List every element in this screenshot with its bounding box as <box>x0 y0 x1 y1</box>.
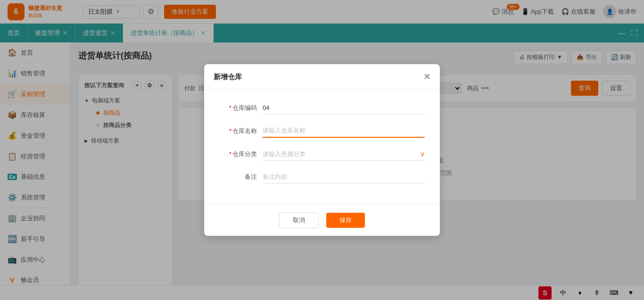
category-dropdown-arrow-icon[interactable]: ∨ <box>420 150 425 158</box>
warehouse-category-label: *仓库分类 <box>219 150 257 158</box>
save-button[interactable]: 保存 <box>326 213 365 228</box>
warehouse-name-label: *仓库名称 <box>219 127 257 135</box>
warehouse-category-input[interactable] <box>263 150 420 158</box>
warehouse-name-input[interactable] <box>263 124 425 138</box>
remark-input[interactable] <box>263 170 425 183</box>
warehouse-code-input[interactable] <box>263 101 425 115</box>
warehouse-name-row: *仓库名称 <box>219 124 425 138</box>
new-warehouse-modal: 新增仓库 ✕ *仓库编码 *仓库名称 *仓库分类 <box>204 64 440 236</box>
modal-body: *仓库编码 *仓库名称 *仓库分类 ∨ <box>204 90 440 204</box>
cancel-button[interactable]: 取消 <box>279 212 319 228</box>
warehouse-category-select[interactable]: ∨ <box>263 147 425 161</box>
remark-row: 备注 <box>219 170 425 183</box>
modal-header: 新增仓库 ✕ <box>204 64 440 90</box>
warehouse-category-row: *仓库分类 ∨ <box>219 147 425 161</box>
modal-footer: 取消 保存 <box>204 204 440 236</box>
warehouse-code-row: *仓库编码 <box>219 101 425 115</box>
modal-title: 新增仓库 <box>214 73 242 82</box>
modal-close-button[interactable]: ✕ <box>423 72 430 82</box>
modal-overlay[interactable]: 新增仓库 ✕ *仓库编码 *仓库名称 *仓库分类 <box>0 0 644 300</box>
remark-label: 备注 <box>219 173 257 181</box>
warehouse-code-label: *仓库编码 <box>219 104 257 112</box>
